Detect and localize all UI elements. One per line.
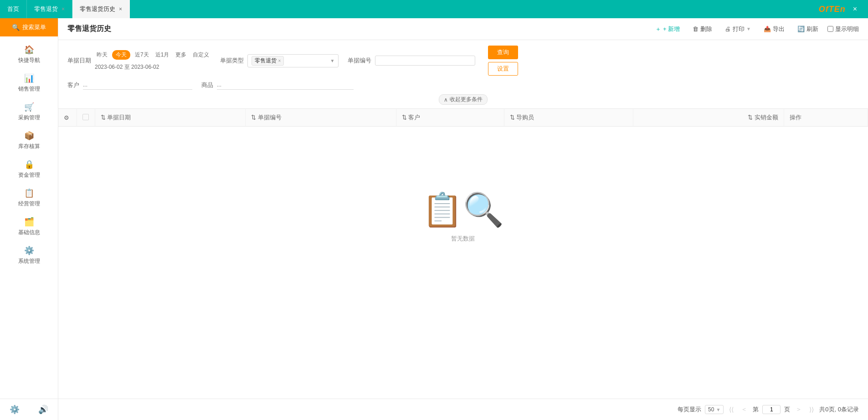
- show-detail-checkbox[interactable]: 显示明细: [827, 25, 859, 33]
- sidebar-item-basic-info[interactable]: 🗂️ 基础信息: [0, 212, 58, 241]
- table-container: ⚙ ⇅ 单据日期 ⇅ 单据编号 ⇅ 客户: [58, 109, 868, 399]
- date-filter-label: 单据日期: [67, 56, 91, 65]
- shortcut-custom[interactable]: 自定义: [191, 50, 211, 60]
- sidebar-item-operations[interactable]: 📋 经营管理: [0, 184, 58, 212]
- customer-input[interactable]: [83, 80, 192, 90]
- th-checkbox: [77, 109, 95, 127]
- refresh-button[interactable]: 🔄 刷新: [794, 23, 822, 35]
- sidebar-search[interactable]: 🔍 搜索菜单: [0, 18, 58, 36]
- top-bar: 首页 零售退货 × 零售退货历史 × OfTEn ×: [0, 0, 868, 18]
- goods-label: 商品: [201, 81, 213, 89]
- date-shortcuts-group: 昨天 今天 近7天 近1月 更多 自定义 2023-06-02 至 2023-0…: [95, 50, 211, 71]
- collapse-button[interactable]: ∧ 收起更多条件: [439, 94, 488, 105]
- new-button[interactable]: ＋ + 新增: [652, 23, 683, 35]
- sidebar-item-finance-label: 资金管理: [18, 171, 40, 179]
- system-icon: ⚙️: [24, 246, 34, 256]
- bill-type-tag-close[interactable]: ×: [278, 58, 281, 63]
- sidebar-search-label: 搜索菜单: [22, 23, 46, 31]
- query-button[interactable]: 查询: [488, 46, 518, 59]
- table-settings-icon[interactable]: ⚙: [64, 114, 69, 121]
- search-icon: 🔍: [12, 24, 20, 31]
- settings-bottom-icon[interactable]: ⚙️: [10, 405, 20, 415]
- goods-input[interactable]: [217, 80, 354, 90]
- th-operation-label: 操作: [790, 114, 801, 121]
- bill-type-select[interactable]: 零售退货 × ▼: [247, 54, 339, 67]
- empty-state-row: 📋🔍 暂无数据: [58, 127, 868, 307]
- bill-type-filter-item: 单据类型 零售退货 × ▼: [220, 54, 339, 67]
- table-body: 📋🔍 暂无数据: [58, 127, 868, 307]
- tab-retail-return-close[interactable]: ×: [62, 6, 65, 12]
- th-bill-date[interactable]: ⇅ 单据日期: [95, 109, 246, 127]
- empty-text: 暂无数据: [451, 235, 475, 243]
- delete-label: 删除: [700, 25, 712, 33]
- sidebar-item-system[interactable]: ⚙️ 系统管理: [0, 241, 58, 270]
- sidebar-menu: 🏠 快捷导航 📊 销售管理 🛒 采购管理 📦 库存核算 🔒 资金管理 📋: [0, 36, 58, 399]
- th-guide[interactable]: ⇅ 导购员: [504, 109, 633, 127]
- prev-page-button[interactable]: ＜: [739, 405, 749, 415]
- brand-logo: OfTEn: [819, 5, 846, 14]
- th-actual-amount-label: ⇅ 实销金额: [748, 114, 778, 121]
- export-button[interactable]: 📤 导出: [760, 23, 788, 35]
- print-button[interactable]: 🖨 打印 ▼: [721, 23, 755, 35]
- pagination: 每页显示 50 ▼ ⟨⟨ ＜ 第 页 ＞ ⟩⟩ 共0页, 0条记录: [58, 399, 868, 420]
- refresh-icon: 🔄: [797, 26, 805, 32]
- export-label: 导出: [773, 25, 785, 33]
- tab-home[interactable]: 首页: [0, 0, 27, 18]
- topbar-right: OfTEn ×: [819, 5, 868, 14]
- sidebar-item-purchase-mgmt-label: 采购管理: [18, 114, 40, 122]
- th-bill-no[interactable]: ⇅ 单据编号: [246, 109, 396, 127]
- collapse-icon: ∧: [444, 97, 448, 103]
- page-actions: ＋ + 新增 🗑 删除 🖨 打印 ▼ 📤 导出 🔄: [652, 23, 859, 35]
- print-dropdown-icon: ▼: [746, 26, 751, 31]
- last-page-button[interactable]: ⟩⟩: [807, 405, 816, 414]
- tab-retail-return[interactable]: 零售退货 ×: [27, 0, 72, 18]
- first-page-button[interactable]: ⟨⟨: [727, 405, 735, 414]
- filter-area: 单据日期 昨天 今天 近7天 近1月 更多 自定义 2023-06-02 至 2…: [58, 40, 868, 109]
- shortcut-more[interactable]: 更多: [174, 50, 188, 60]
- page-title: 零售退货历史: [67, 24, 111, 34]
- delete-button[interactable]: 🗑 删除: [689, 23, 716, 35]
- shortcut-1month[interactable]: 近1月: [154, 50, 171, 60]
- bill-no-input[interactable]: [375, 56, 475, 66]
- filter-row-2: 客户 商品: [67, 80, 859, 90]
- next-page-button[interactable]: ＞: [794, 405, 804, 415]
- customer-label: 客户: [67, 81, 79, 89]
- th-actual-amount[interactable]: ⇅ 实销金额: [633, 109, 784, 127]
- page-number-input[interactable]: [762, 405, 781, 414]
- customer-filter-item: 客户: [67, 80, 192, 90]
- date-filter-item: 单据日期 昨天 今天 近7天 近1月 更多 自定义 2023-06-02 至 2…: [67, 50, 211, 71]
- page-unit: 页: [784, 405, 790, 414]
- volume-icon[interactable]: 🔊: [38, 405, 48, 415]
- shortcut-yesterday[interactable]: 昨天: [95, 50, 109, 60]
- bill-no-filter-item: 单据编号: [348, 56, 475, 66]
- sidebar-item-finance[interactable]: 🔒 资金管理: [0, 155, 58, 184]
- tab-retail-return-label: 零售退货: [34, 5, 58, 13]
- main-layout: 🔍 搜索菜单 🏠 快捷导航 📊 销售管理 🛒 采购管理 📦 库存核算 🔒: [0, 18, 868, 420]
- th-customer[interactable]: ⇅ 客户: [396, 109, 504, 127]
- table-header-row: ⚙ ⇅ 单据日期 ⇅ 单据编号 ⇅ 客户: [58, 109, 868, 127]
- tab-retail-return-history-close[interactable]: ×: [119, 6, 122, 12]
- select-all-checkbox[interactable]: [82, 114, 89, 120]
- sidebar-item-purchase-mgmt[interactable]: 🛒 采购管理: [0, 97, 58, 126]
- sidebar-item-sales-mgmt[interactable]: 📊 销售管理: [0, 69, 58, 97]
- shortcut-today[interactable]: 今天: [112, 50, 130, 60]
- sidebar-item-inventory[interactable]: 📦 库存核算: [0, 126, 58, 155]
- sidebar-bottom: ⚙️ 🔊: [0, 399, 58, 420]
- sales-mgmt-icon: 📊: [24, 73, 34, 83]
- tab-bar: 首页 零售退货 × 零售退货历史 ×: [0, 0, 819, 18]
- print-icon: 🖨: [725, 26, 731, 32]
- settings-button[interactable]: 设置: [488, 62, 518, 76]
- sidebar: 🔍 搜索菜单 🏠 快捷导航 📊 销售管理 🛒 采购管理 📦 库存核算 🔒: [0, 18, 58, 420]
- total-info: 共0页, 0条记录: [819, 405, 859, 414]
- shortcut-7days[interactable]: 近7天: [133, 50, 151, 60]
- show-detail-input[interactable]: [827, 26, 833, 32]
- tab-retail-return-history[interactable]: 零售退货历史 ×: [72, 0, 130, 18]
- sidebar-item-sales-mgmt-label: 销售管理: [18, 85, 40, 93]
- th-settings: ⚙: [58, 109, 77, 127]
- content-area: 零售退货历史 ＋ + 新增 🗑 删除 🖨 打印 ▼ 📤 导出: [58, 18, 868, 420]
- th-operation: 操作: [784, 109, 868, 127]
- per-page-select[interactable]: 50 ▼: [705, 405, 724, 414]
- sidebar-item-quick-nav[interactable]: 🏠 快捷导航: [0, 40, 58, 69]
- filter-row-1: 单据日期 昨天 今天 近7天 近1月 更多 自定义 2023-06-02 至 2…: [67, 46, 859, 76]
- window-close-button[interactable]: ×: [849, 5, 861, 13]
